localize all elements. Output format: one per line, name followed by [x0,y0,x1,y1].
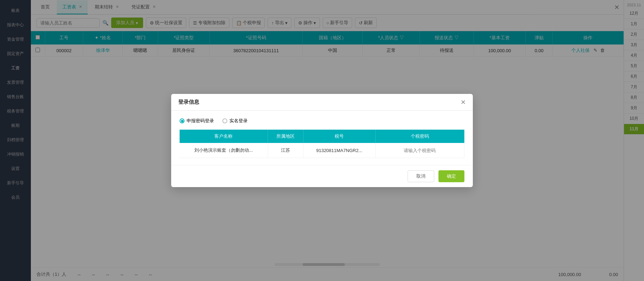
radio-realname-login[interactable]: 实名登录 [222,118,248,124]
modal-td-region: 江苏 [268,143,303,158]
modal-th-password: 个税密码 [375,130,464,143]
modal-th-client: 客户名称 [180,130,268,143]
modal-table-row: 刘小艳演示账套（勿删勿动... 江苏 91320811MA7NGR2... [180,143,464,158]
modal-td-client: 刘小艳演示账套（勿删勿动... [180,143,268,158]
modal-header: 登录信息 ✕ [171,94,473,111]
modal-th-tax: 税号 [303,130,375,143]
radio-group: 申报密码登录 实名登录 [180,118,464,124]
modal-footer: 取消 确定 [171,165,473,187]
modal-overlay: 登录信息 ✕ 申报密码登录 实名登录 客户名称 所属地区 [0,0,644,281]
modal-th-region: 所属地区 [268,130,303,143]
modal-data-table: 客户名称 所属地区 税号 个税密码 刘小艳演示账套（勿删勿动... 江苏 913… [180,130,464,158]
modal-close-btn[interactable]: ✕ [461,99,466,105]
modal-td-tax: 91320811MA7NGR2... [303,143,375,158]
modal-cancel-btn[interactable]: 取消 [408,170,434,182]
modal-table-header-row: 客户名称 所属地区 税号 个税密码 [180,130,464,143]
login-info-modal: 登录信息 ✕ 申报密码登录 实名登录 客户名称 所属地区 [171,94,473,187]
radio-password-label: 申报密码登录 [187,118,214,124]
modal-title: 登录信息 [178,99,199,105]
modal-td-password[interactable] [375,143,464,158]
radio-password-circle [180,118,185,123]
radio-realname-circle [222,118,227,123]
password-input[interactable] [380,148,460,153]
modal-confirm-btn[interactable]: 确定 [438,170,464,182]
radio-password-login[interactable]: 申报密码登录 [180,118,214,124]
radio-realname-label: 实名登录 [229,118,248,124]
modal-body: 申报密码登录 实名登录 客户名称 所属地区 税号 个税密码 [171,111,473,165]
